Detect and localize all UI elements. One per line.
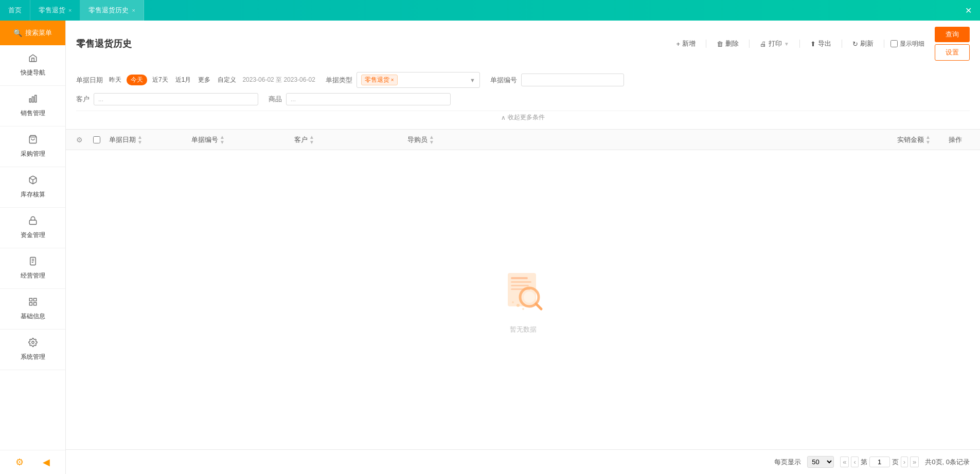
th-date-label: 单据日期 [109,135,136,144]
date-options: 昨天 今天 近7天 近1月 更多 自定义 [107,75,238,85]
refresh-label: 刷新 [860,39,874,48]
tab-retail-return-close[interactable]: × [68,7,72,13]
sidebar-item-finance[interactable]: 资金管理 [0,208,65,248]
per-page-select[interactable]: 50 10 20 100 [807,456,834,468]
svg-rect-12 [29,303,32,305]
sidebar-item-quick-nav[interactable]: 快捷导航 [0,45,65,86]
print-icon: 🖨 [760,40,767,48]
date-opt-more[interactable]: 更多 [196,75,212,85]
table-settings-icon[interactable]: ⚙ [70,136,88,144]
settings-icon[interactable]: ⚙ [15,457,24,468]
th-date[interactable]: 单据日期 ▲▼ [105,135,187,145]
empty-illustration [497,265,549,317]
bill-no-input[interactable] [521,74,624,86]
table-select-all[interactable] [88,136,105,143]
filter-area: 单据日期 昨天 今天 近7天 近1月 更多 自定义 2023-06-02 至 2… [76,67,970,129]
svg-rect-1 [32,97,33,102]
th-amount[interactable]: 实销金额 ▲▼ [486,135,935,145]
th-no[interactable]: 单据编号 ▲▼ [187,135,290,145]
refresh-btn[interactable]: ↻ 刷新 [848,37,878,50]
page-title-row: 零售退货历史 + 新增 🗑 删除 🖨 打印 ▼ [76,27,970,61]
tab-retail-return-history-close[interactable]: × [132,7,135,13]
bill-type-select[interactable]: 零售退货 × ▼ [357,72,480,88]
sidebar-item-purchase[interactable]: 采购管理 [0,126,65,167]
date-opt-custom[interactable]: 自定义 [216,75,238,85]
th-customer[interactable]: 客户 ▲▼ [290,135,403,145]
pagination-bar: 每页显示 50 10 20 100 « ‹ 第 页 › » 共0页, 0条记录 [66,449,980,474]
settings-btn[interactable]: 设置 [935,44,970,61]
th-guide[interactable]: 导购员 ▲▼ [403,135,486,145]
svg-rect-13 [33,303,36,305]
th-guide-label: 导购员 [407,135,427,144]
customer-select[interactable]: ... [94,93,258,105]
sidebar-item-sales-label: 销售管理 [21,109,45,118]
th-guide-sort-icon: ▲▼ [429,135,434,145]
tab-retail-return[interactable]: 零售退货 × [30,0,80,21]
query-btn[interactable]: 查询 [935,27,970,42]
export-label: 导出 [818,39,831,48]
bill-type-tag-text: 零售退货 [365,76,389,84]
customer-filter: 客户 ... [76,93,258,105]
sidebar-item-inventory[interactable]: 库存核算 [0,167,65,208]
export-btn[interactable]: ⬆ 导出 [806,37,835,50]
delete-label: 删除 [725,39,739,48]
prev-page-btn[interactable]: ‹ [851,457,858,467]
svg-point-25 [512,301,514,303]
divider2 [749,40,750,48]
sidebar-bottom: ⚙ ◀ [0,450,65,474]
sidebar-item-basic-info[interactable]: 基础信息 [0,289,65,330]
new-label: 新增 [682,39,696,48]
print-btn[interactable]: 🖨 打印 ▼ [756,37,793,50]
sidebar-search[interactable]: 🔍 搜索菜单 [0,21,65,45]
svg-point-14 [31,341,34,344]
sidebar-item-purchase-label: 采购管理 [21,150,45,158]
date-opt-last1m[interactable]: 近1月 [173,75,193,85]
sidebar-item-inventory-label: 库存核算 [21,190,45,199]
date-opt-last7[interactable]: 近7天 [150,75,170,85]
first-page-btn[interactable]: « [840,457,849,467]
print-label: 打印 [769,39,782,48]
sidebar-item-finance-label: 资金管理 [21,231,45,240]
th-customer-sort-icon: ▲▼ [309,135,314,145]
refresh-icon: ↻ [852,40,858,48]
bill-type-tag: 零售退货 × [361,75,398,85]
sidebar-item-sales[interactable]: 销售管理 [0,86,65,126]
delete-btn[interactable]: 🗑 删除 [712,37,743,50]
svg-point-23 [516,304,520,307]
date-opt-today[interactable]: 今天 [127,75,147,85]
date-opt-yesterday[interactable]: 昨天 [107,75,123,85]
show-detail-checkbox[interactable] [890,40,898,47]
divider4 [842,40,842,48]
select-all-checkbox[interactable] [93,136,100,143]
th-no-sort-icon: ▲▼ [220,135,225,145]
th-amount-label: 实销金额 [897,135,924,144]
sidebar: 🔍 搜索菜单 快捷导航 销售管理 采购管理 库存核算 [0,21,66,474]
sidebar-item-system[interactable]: 系统管理 [0,330,65,370]
sidebar-item-operations[interactable]: 经营管理 [0,248,65,289]
window-close-btn[interactable]: ✕ [965,6,980,15]
goods-filter: 商品 ... [269,93,451,105]
clipboard-icon [28,257,38,268]
customer-placeholder: ... [98,96,103,103]
tab-home[interactable]: 首页 [0,0,30,21]
svg-rect-2 [34,95,36,102]
goods-select[interactable]: ... [286,93,451,105]
page-input[interactable] [869,457,890,467]
last-page-btn[interactable]: » [910,457,919,467]
delete-icon: 🗑 [717,40,723,48]
bill-no-filter: 单据编号 [490,74,624,86]
table-header: ⚙ 单据日期 ▲▼ 单据编号 ▲▼ 客户 ▲▼ 导购员 [66,130,980,150]
collapse-sidebar-icon[interactable]: ◀ [43,457,50,468]
grid-icon [28,297,38,309]
new-icon: + [676,40,681,48]
next-page-btn[interactable]: › [901,457,908,467]
svg-rect-5 [29,220,37,224]
empty-text: 暂无数据 [510,325,537,334]
new-btn[interactable]: + 新增 [672,37,700,50]
bill-type-tag-close[interactable]: × [391,77,394,83]
collapse-bar[interactable]: ∧ 收起更多条件 [76,111,970,124]
svg-rect-17 [511,281,531,283]
tab-retail-return-history[interactable]: 零售退货历史 × [80,0,144,21]
box-icon [28,175,38,187]
lock-icon [28,216,38,228]
